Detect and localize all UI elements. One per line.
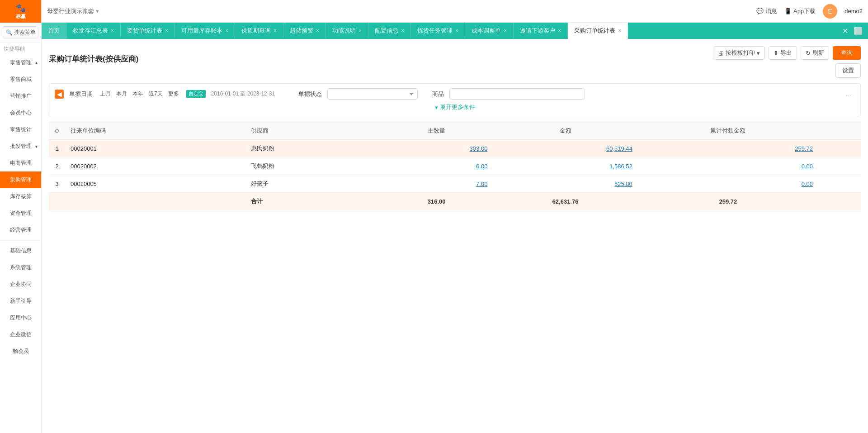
row-amount[interactable]: 525.80: [493, 175, 637, 193]
sidebar-search-section: 🔍 搜索菜单: [0, 23, 41, 43]
sidebar-item-operations-label: 经营管理: [10, 226, 32, 234]
data-table: ⚙ 往来单位编码 供应商 主数量 金额 累计付款金额 1 00020001 惠氏…: [49, 122, 861, 210]
table-header-row: ⚙ 往来单位编码 供应商 主数量 金额 累计付款金额: [49, 122, 861, 140]
goods-input[interactable]: [449, 88, 585, 100]
tab-receive-summary-close[interactable]: ×: [111, 28, 114, 34]
row-paid[interactable]: 0.00: [638, 157, 818, 175]
tab-invite-downstream[interactable]: 邀请下游客户 ×: [514, 23, 568, 39]
sidebar-item-enterprise-wechat[interactable]: 企业微信: [0, 326, 41, 343]
expand-section: ▾ 展开更多条件: [55, 103, 855, 111]
tab-receive-summary[interactable]: 收发存汇总表 ×: [66, 23, 121, 39]
date-more[interactable]: 更多: [166, 89, 181, 99]
goods-filter-label: 商品: [432, 90, 444, 98]
sidebar-item-system[interactable]: 系统管理: [0, 259, 41, 276]
date-this-year[interactable]: 本年: [131, 89, 145, 99]
goods-input-wrapper: …: [449, 88, 855, 100]
tab-overstock-warning-close[interactable]: ×: [316, 28, 319, 34]
table-row[interactable]: 2 00020002 飞鹤奶粉 6.00 1,586.52 0.00: [49, 157, 861, 175]
sidebar-item-wholesale[interactable]: 批发管理: [0, 138, 41, 155]
tab-home[interactable]: 首页: [42, 23, 66, 39]
tab-cost-adjust-close[interactable]: ×: [504, 28, 507, 34]
th-code: 往来单位编码: [65, 122, 245, 140]
tab-cost-adjust[interactable]: 成本调整单 ×: [465, 23, 514, 39]
settings-button[interactable]: 设置: [835, 63, 861, 78]
sidebar-item-purchase[interactable]: 采购管理: [0, 171, 41, 188]
table-footer-row: 合计 316.00 62,631.76 259.72: [49, 193, 861, 210]
message-button[interactable]: 💬 消息: [756, 7, 777, 15]
expand-more-conditions-button[interactable]: ▾ 展开更多条件: [435, 103, 475, 111]
refresh-button[interactable]: ↻ 刷新: [801, 46, 829, 60]
sidebar-item-retail-stats[interactable]: 零售统计: [0, 121, 41, 138]
row-amount[interactable]: 60,519.44: [493, 140, 637, 157]
tab-home-label: 首页: [48, 27, 60, 35]
sidebar-item-finance[interactable]: 资金管理: [0, 205, 41, 222]
tab-config-info-close[interactable]: ×: [401, 28, 404, 34]
tab-order-stats-close[interactable]: ×: [165, 28, 168, 34]
tab-overstock-warning-label: 超储预警: [290, 27, 313, 35]
table-row[interactable]: 1 00020001 惠氏奶粉 303.00 60,519.44 259.72: [49, 140, 861, 157]
app-download-button[interactable]: 📱 App下载: [784, 7, 816, 15]
sidebar-item-inventory[interactable]: 库存核算: [0, 188, 41, 205]
table-row[interactable]: 3 00020005 好孩子 7.00 525.80 0.00: [49, 175, 861, 193]
row-paid[interactable]: 0.00: [638, 175, 818, 193]
sidebar-item-enterprise[interactable]: 企业协同: [0, 276, 41, 293]
column-settings-icon[interactable]: ⚙: [54, 128, 60, 134]
tab-close-all-button[interactable]: ✕: [840, 27, 850, 35]
date-last-7-days[interactable]: 近7天: [147, 89, 165, 99]
user-avatar[interactable]: E: [823, 4, 837, 19]
sidebar-item-marketing[interactable]: 营销推广: [0, 88, 41, 105]
template-print-button[interactable]: 🖨 按模板打印 ▾: [713, 46, 765, 60]
sidebar-item-member[interactable]: 会员中心: [0, 105, 41, 121]
tab-expiry-query[interactable]: 保质期查询 ×: [235, 23, 283, 39]
tab-function-desc[interactable]: 功能说明 ×: [326, 23, 368, 39]
tab-overstock-warning[interactable]: 超储预警 ×: [283, 23, 326, 39]
topbar-dropdown-arrow[interactable]: ▾: [96, 8, 99, 14]
message-label: 消息: [765, 7, 777, 15]
sidebar-item-retail-mall[interactable]: 零售商城: [0, 71, 41, 88]
row-amount[interactable]: 1,586.52: [493, 157, 637, 175]
user-name[interactable]: demo2: [844, 8, 863, 14]
row-paid[interactable]: 259.72: [638, 140, 818, 157]
tab-order-stats-label: 要货单统计表: [127, 27, 162, 35]
sidebar-item-new-guide[interactable]: 新手引导: [0, 293, 41, 309]
sidebar-item-basic-info[interactable]: 基础信息: [0, 243, 41, 259]
export-button[interactable]: ⬇ 导出: [769, 46, 797, 60]
sidebar-item-app-center[interactable]: 应用中心: [0, 309, 41, 326]
tab-function-desc-label: 功能说明: [332, 27, 356, 35]
tab-expiry-query-close[interactable]: ×: [274, 28, 277, 34]
refresh-icon: ↻: [806, 50, 811, 57]
goods-more-icon[interactable]: …: [845, 90, 851, 97]
tab-function-desc-close[interactable]: ×: [359, 28, 362, 34]
tab-pick-task[interactable]: 拣货任务管理 ×: [411, 23, 465, 39]
tab-order-stats[interactable]: 要货单统计表 ×: [121, 23, 175, 39]
tab-maximize-button[interactable]: ⬜: [852, 27, 864, 35]
search-menu-button[interactable]: 🔍 搜索菜单: [3, 26, 38, 38]
tab-available-stock[interactable]: 可用量库存账本 ×: [175, 23, 235, 39]
row-qty[interactable]: 303.00: [380, 140, 493, 157]
query-button[interactable]: 查询: [833, 46, 861, 60]
status-select[interactable]: [327, 88, 418, 100]
tab-purchase-order-stats[interactable]: 采购订单统计表 ×: [568, 23, 628, 39]
sidebar-item-purchase-label: 采购管理: [10, 176, 32, 184]
tab-spacer: [628, 23, 837, 39]
tab-available-stock-label: 可用量库存账本: [181, 27, 222, 35]
workspace-name: 母婴行业演示账套: [47, 7, 94, 15]
tab-available-stock-close[interactable]: ×: [225, 28, 228, 34]
filter-collapse-button[interactable]: ◀: [55, 90, 64, 99]
app-download-label: App下载: [793, 7, 816, 15]
date-this-month[interactable]: 本月: [114, 89, 129, 99]
sidebar-item-member2[interactable]: 畅会员: [0, 343, 41, 360]
row-extra: [818, 140, 861, 157]
tab-purchase-order-stats-close[interactable]: ×: [618, 28, 621, 34]
date-last-month[interactable]: 上月: [98, 89, 113, 99]
sidebar-item-ecommerce-label: 电商管理: [10, 159, 32, 167]
row-qty[interactable]: 6.00: [380, 157, 493, 175]
sidebar-item-operations[interactable]: 经营管理: [0, 222, 41, 238]
tab-config-info[interactable]: 配置信息 ×: [368, 23, 411, 39]
custom-date-tag: 自定义: [186, 90, 206, 98]
tab-pick-task-close[interactable]: ×: [455, 28, 458, 34]
tab-invite-downstream-close[interactable]: ×: [558, 28, 561, 34]
row-qty[interactable]: 7.00: [380, 175, 493, 193]
sidebar-item-retail-mgmt[interactable]: 零售管理: [0, 54, 41, 71]
sidebar-item-ecommerce[interactable]: 电商管理: [0, 155, 41, 171]
